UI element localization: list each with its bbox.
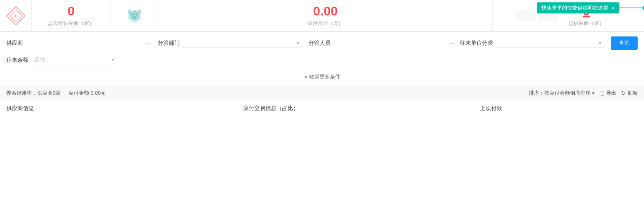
diamond-icon: Ai xyxy=(6,6,26,26)
export-button[interactable]: ⬚ 导出 xyxy=(599,90,616,97)
stat-total-suppliers: 快速录单的快捷键说明在这里 × 0 总供应商（家） xyxy=(493,0,644,31)
person-filter: 分管人员 ··· xyxy=(309,38,453,48)
svg-point-10 xyxy=(135,17,136,18)
svg-text:Ai: Ai xyxy=(13,14,18,19)
table-body xyxy=(0,117,644,204)
shortcut-tooltip: 快速录单的快捷键说明在这里 × xyxy=(537,2,619,13)
tooltip-dot xyxy=(642,6,644,10)
payable-suppliers-label: 总应付供应商（家） xyxy=(48,20,94,27)
department-select[interactable]: ▾ xyxy=(182,39,303,48)
svg-rect-13 xyxy=(133,11,136,11)
balance-select[interactable]: 选择... ▾ xyxy=(31,55,117,65)
pig-icon xyxy=(124,5,145,27)
payable-total-label: 应付合计（万） xyxy=(307,20,343,27)
department-filter: 分管部门 ▾ xyxy=(158,39,303,48)
unit-category-select[interactable]: ▾ xyxy=(495,39,605,48)
supplier-dots[interactable]: ··· xyxy=(146,40,151,47)
tooltip-text: 快速录单的快捷键说明在这里 xyxy=(541,4,608,11)
collapse-label: 收起更多条件 xyxy=(309,73,340,80)
svg-point-12 xyxy=(135,14,137,15)
svg-point-9 xyxy=(133,17,134,18)
supplier-input[interactable] xyxy=(28,38,143,48)
table-header: 供应商信息 应付交易信息（占比） 上次付款 xyxy=(0,100,644,117)
supplier-label: 供应商 xyxy=(6,40,25,47)
filter-row-2: 往来余额 选择... ▾ xyxy=(6,55,638,65)
collapse-up-icon: ∧ xyxy=(304,74,308,80)
total-suppliers-label: 总供应商（家） xyxy=(568,20,604,27)
result-info-text: 搜索结果中，供应商0家 xyxy=(6,90,61,97)
query-button[interactable]: 查询 xyxy=(611,36,638,50)
result-actions: 排序：按应付会额倒序排序 ▾ ⬚ 导出 ↻ 刷新 xyxy=(529,90,638,97)
collapse-button[interactable]: ∧ 收起更多条件 xyxy=(298,72,347,82)
department-label: 分管部门 xyxy=(158,40,180,47)
balance-select-text: 选择... xyxy=(34,56,112,63)
stat-payable-suppliers: 0 总应付供应商（家） xyxy=(32,0,111,31)
filter-bar: 供应商 ··· 分管部门 ▾ 分管人员 ··· 往来单位分类 ▾ xyxy=(0,32,644,86)
svg-point-8 xyxy=(132,16,137,19)
payable-suppliers-number: 0 xyxy=(68,4,75,18)
stats-bar: Ai 0 总应付供应商（家） 0.00 应付合计（万） xyxy=(0,0,644,32)
result-bar: 搜索结果中，供应商0家 应付金额 0.00元 排序：按应付会额倒序排序 ▾ ⬚ … xyxy=(0,86,644,100)
unit-category-chevron-icon: ▾ xyxy=(599,40,601,46)
result-info-group: 搜索结果中，供应商0家 应付金额 0.00元 xyxy=(6,90,106,97)
tooltip-close-icon[interactable]: × xyxy=(612,5,615,11)
col-last-payment-header: 上次付款 xyxy=(480,105,638,112)
export-icon: ⬚ xyxy=(599,90,604,96)
balance-label: 往来余额 xyxy=(6,57,29,64)
supplier-filter: 供应商 ··· xyxy=(6,38,151,48)
col-payable-info-header: 应付交易信息（占比） xyxy=(243,105,480,112)
result-amount-text: 应付金额 0.00元 xyxy=(69,90,106,97)
person-dots[interactable]: ··· xyxy=(448,40,453,47)
mid-icon-area xyxy=(111,0,158,31)
person-input[interactable] xyxy=(333,38,446,48)
unit-category-label: 往来单位分类 xyxy=(460,40,493,47)
svg-point-11 xyxy=(132,14,133,15)
sort-button[interactable]: 排序：按应付会额倒序排序 ▾ xyxy=(529,90,594,97)
logo-area: Ai xyxy=(0,0,32,31)
refresh-label: 刷新 xyxy=(627,90,638,97)
department-chevron-icon: ▾ xyxy=(297,40,299,46)
balance-chevron-icon: ▾ xyxy=(112,57,114,63)
payable-total-number: 0.00 xyxy=(313,4,338,18)
sort-label: 排序：按应付会额倒序排序 xyxy=(529,90,591,97)
person-label: 分管人员 xyxy=(309,40,331,47)
export-label: 导出 xyxy=(606,90,616,97)
collapse-row: ∧ 收起更多条件 xyxy=(6,70,638,86)
unit-category-filter: 往来单位分类 ▾ xyxy=(460,39,605,48)
stat-payable-total: 0.00 应付合计（万） xyxy=(158,0,493,31)
col-supplier-info-header: 供应商信息 xyxy=(6,105,243,112)
refresh-icon: ↻ xyxy=(621,90,626,96)
refresh-button[interactable]: ↻ 刷新 xyxy=(621,90,638,97)
balance-filter: 往来余额 选择... ▾ xyxy=(6,55,117,65)
sort-chevron-icon: ▾ xyxy=(592,91,594,96)
filter-row-1: 供应商 ··· 分管部门 ▾ 分管人员 ··· 往来单位分类 ▾ xyxy=(6,36,638,50)
